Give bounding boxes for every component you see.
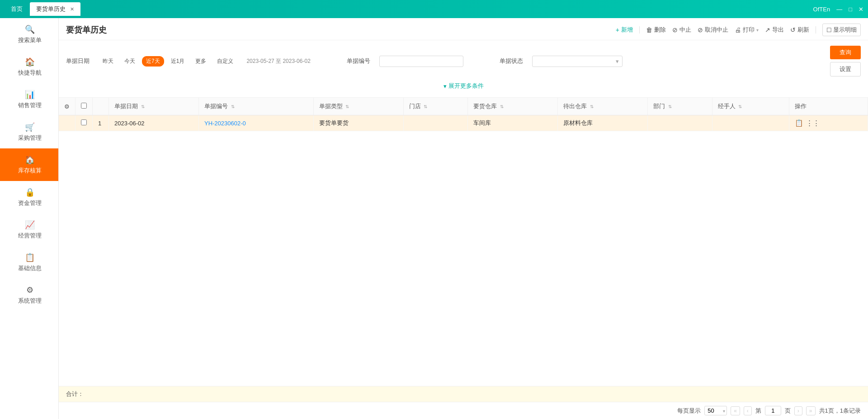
top-bar-often[interactable]: OfTEn [813, 6, 830, 13]
sidebar-item-operation-label: 经营管理 [18, 232, 42, 240]
sidebar-item-basic[interactable]: 📋 基础信息 [0, 246, 58, 279]
sort-type-icon: ⇅ [345, 104, 349, 109]
td-date: 2023-06-02 [109, 115, 199, 131]
sidebar-item-operation[interactable]: 📈 经营管理 [0, 214, 58, 246]
th-type[interactable]: 单据类型 ⇅ [313, 98, 403, 115]
filter-area: 单据日期 昨天 今天 近7天 近1月 更多 自定义 2023-05-27 至 2… [59, 40, 868, 98]
td-type: 要货单要货 [313, 115, 403, 131]
per-page-select[interactable]: 10 20 50 100 [704, 406, 727, 415]
date-btn-custom[interactable]: 自定义 [213, 56, 237, 67]
total-info: 共1页，1条记录 [819, 407, 861, 415]
top-bar-right: OfTEn — □ ✕ [813, 6, 863, 13]
stop-label: 中止 [679, 26, 691, 34]
last-page-button[interactable]: » [806, 406, 816, 415]
date-btn-1month[interactable]: 近1月 [167, 56, 189, 67]
sidebar-item-system-label: 系统管理 [18, 297, 42, 305]
sidebar-item-inventory-label: 库存核算 [18, 167, 42, 175]
display-detail-label: 显示明细 [833, 26, 857, 34]
td-req-warehouse: 车间库 [468, 115, 558, 131]
status-filter-select[interactable] [532, 56, 623, 67]
docno-filter-input[interactable] [379, 56, 463, 67]
th-date-label: 单据日期 [114, 103, 138, 110]
th-handler[interactable]: 经手人 ⇅ [712, 98, 789, 115]
sidebar-item-purchase-label: 采购管理 [18, 134, 42, 142]
date-filter-buttons: 昨天 今天 近7天 近1月 更多 自定义 [99, 56, 237, 67]
print-button[interactable]: 🖨 打印 ▾ [735, 26, 759, 34]
sidebar-item-inventory[interactable]: 🏠 库存核算 [0, 148, 58, 181]
sidebar-item-purchase[interactable]: 🛒 采购管理 [0, 116, 58, 148]
prev-page-button[interactable]: ‹ [744, 406, 752, 415]
expand-icon: ▾ [443, 83, 447, 90]
filter-actions: 查询 设置 [830, 46, 861, 76]
footer-total-label: 合计： [66, 390, 84, 397]
row-more-icon[interactable]: ⋮⋮ [806, 119, 820, 127]
date-btn-yesterday[interactable]: 昨天 [99, 56, 118, 67]
th-date[interactable]: 单据日期 ⇅ [109, 98, 199, 115]
tab-close-icon[interactable]: ✕ [70, 6, 74, 12]
th-req-warehouse-label: 要货仓库 [473, 103, 497, 110]
td-store [403, 115, 468, 131]
select-all-checkbox[interactable] [81, 103, 87, 109]
search-icon: 🔍 [25, 24, 35, 34]
th-checkbox [75, 98, 93, 115]
filter-row-1: 单据日期 昨天 今天 近7天 近1月 更多 自定义 2023-05-27 至 2… [66, 46, 861, 76]
sidebar-item-search-label: 搜索菜单 [18, 36, 42, 44]
query-button[interactable]: 查询 [830, 46, 861, 59]
top-bar-close[interactable]: ✕ [859, 6, 863, 13]
print-dropdown-icon: ▾ [756, 28, 759, 33]
new-button[interactable]: + 新增 [616, 26, 633, 34]
per-page-select-wrapper: 10 20 50 100 [704, 406, 727, 415]
sidebar-item-finance[interactable]: 🔒 资金管理 [0, 181, 58, 214]
refresh-icon: ↺ [790, 26, 796, 33]
basic-icon: 📋 [25, 252, 35, 262]
print-icon: 🖨 [735, 26, 741, 33]
tab-home[interactable]: 首页 [5, 2, 29, 16]
delete-label: 删除 [654, 26, 666, 34]
docno-link[interactable]: YH-20230602-0 [204, 120, 246, 127]
top-bar-minimize[interactable]: — [836, 6, 842, 13]
main-layout: 🔍 搜索菜单 🏠 快捷导航 📊 销售管理 🛒 采购管理 🏠 库存核算 🔒 资金管… [0, 18, 868, 419]
next-page-button[interactable]: › [794, 406, 802, 415]
cancel-stop-button[interactable]: ⊘ 取消中止 [698, 26, 728, 34]
sidebar-item-search[interactable]: 🔍 搜索菜单 [0, 18, 58, 51]
first-page-button[interactable]: « [731, 406, 740, 415]
sort-handler-icon: ⇅ [738, 104, 742, 109]
page-input[interactable]: 1 [765, 406, 781, 415]
status-filter-label: 单据状态 [500, 57, 523, 65]
th-department[interactable]: 部门 ⇅ [648, 98, 712, 115]
row-checkbox[interactable] [81, 119, 87, 125]
page-prefix: 第 [755, 407, 761, 415]
th-req-warehouse[interactable]: 要货仓库 ⇅ [468, 98, 558, 115]
tab-history-label: 要货单历史 [36, 5, 66, 13]
th-store[interactable]: 门店 ⇅ [403, 98, 468, 115]
cancel-stop-label: 取消中止 [705, 26, 728, 34]
display-detail-button[interactable]: ☐ 显示明细 [822, 24, 861, 36]
gear-icon[interactable]: ⚙ [64, 103, 70, 110]
sidebar-item-system[interactable]: ⚙ 系统管理 [0, 279, 58, 311]
date-filter-label: 单据日期 [66, 57, 90, 65]
delete-button[interactable]: 🗑 删除 [646, 26, 666, 34]
expand-conditions-button[interactable]: ▾ 展开更多条件 [443, 80, 484, 92]
th-store-label: 门店 [409, 103, 421, 110]
sidebar-item-sales-label: 销售管理 [18, 101, 42, 110]
sidebar-item-shortcut[interactable]: 🏠 快捷导航 [0, 51, 58, 83]
refresh-button[interactable]: ↺ 刷新 [790, 26, 809, 34]
row-actions: 📋 ⋮⋮ [795, 119, 862, 127]
settings-button[interactable]: 设置 [830, 62, 861, 76]
export-button[interactable]: ↗ 导出 [765, 26, 784, 34]
top-bar-maximize[interactable]: □ [849, 6, 852, 13]
date-btn-7days[interactable]: 近7天 [142, 56, 164, 67]
th-docno[interactable]: 单据编号 ⇅ [198, 98, 313, 115]
sidebar-item-sales[interactable]: 📊 销售管理 [0, 83, 58, 116]
row-edit-icon[interactable]: 📋 [795, 119, 803, 127]
date-btn-more[interactable]: 更多 [191, 56, 210, 67]
sales-icon: 📊 [25, 90, 35, 100]
page-title: 要货单历史 [66, 24, 107, 35]
sidebar-item-shortcut-label: 快捷导航 [18, 69, 42, 77]
sort-date-icon: ⇅ [141, 104, 145, 109]
date-btn-today[interactable]: 今天 [120, 56, 139, 67]
tab-history[interactable]: 要货单历史 ✕ [30, 2, 80, 16]
page-header: 要货单历史 + 新增 🗑 删除 ⊘ 中止 [59, 18, 868, 40]
stop-button[interactable]: ⊘ 中止 [672, 26, 691, 34]
th-pending-warehouse[interactable]: 待出仓库 ⇅ [558, 98, 648, 115]
